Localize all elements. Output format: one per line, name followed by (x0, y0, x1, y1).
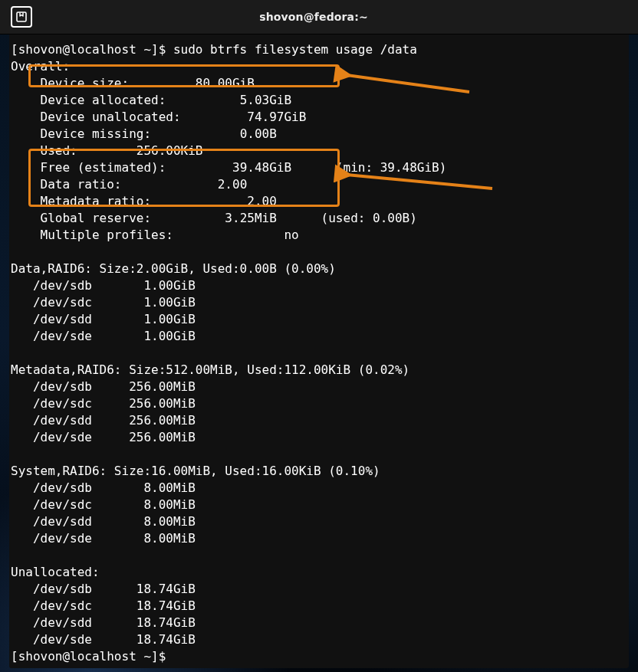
top-bar: shovon@fedora:~ (0, 0, 638, 34)
value: 256.00KiB (77, 143, 203, 158)
row-free-estimated: Free (estimated): 39.48GiB (min: 39.48Gi… (11, 159, 629, 176)
data-row: /dev/sdb 1.00GiB (11, 277, 629, 294)
value: 74.97GiB (181, 110, 307, 124)
window-title-text: shovon@fedora:~ (259, 11, 368, 23)
value: 2.00 (122, 177, 248, 192)
label: Data ratio: (11, 177, 122, 192)
metadata-row: /dev/sde 256.00MiB (11, 429, 629, 446)
system-row: /dev/sde 8.00MiB (11, 530, 629, 547)
system-row: /dev/sdd 8.00MiB (11, 513, 629, 530)
system-row: /dev/sdb 8.00MiB (11, 480, 629, 497)
unalloc-row: /dev/sdb 18.74GiB (11, 581, 629, 598)
row-device-size: Device size: 80.00GiB (11, 75, 629, 92)
label: Device missing: (11, 126, 151, 141)
blank (11, 547, 629, 564)
value: 80.00GiB (129, 76, 255, 90)
data-row: /dev/sdc 1.00GiB (11, 294, 629, 311)
metadata-row: /dev/sdd 256.00MiB (11, 412, 629, 429)
prompt-line-2: [shovon@localhost ~]$ (11, 648, 629, 665)
unalloc-row: /dev/sdd 18.74GiB (11, 615, 629, 631)
blank (11, 345, 629, 362)
row-device-missing: Device missing: 0.00B (11, 126, 629, 143)
command-text: sudo btrfs filesystem usage /data (173, 42, 417, 57)
svg-rect-0 (17, 12, 26, 21)
row-used: Used: 256.00KiB (11, 143, 629, 159)
label: Multiple profiles: (11, 228, 173, 242)
window-title: shovon@fedora:~ (32, 11, 595, 23)
value: no (173, 228, 299, 242)
row-data-ratio: Data ratio: 2.00 (11, 176, 629, 193)
label: Device allocated: (11, 93, 166, 107)
label: Device unallocated: (11, 110, 181, 124)
terminal[interactable]: [shovon@localhost ~]$ sudo btrfs filesys… (9, 34, 629, 668)
label: Used: (11, 143, 77, 158)
data-row: /dev/sdd 1.00GiB (11, 311, 629, 328)
row-device-allocated: Device allocated: 5.03GiB (11, 92, 629, 109)
value: 39.48GiB (166, 160, 291, 175)
prompt: [shovon@localhost ~]$ (11, 42, 173, 57)
files-icon (16, 11, 27, 22)
row-metadata-ratio: Metadata ratio: 2.00 (11, 193, 629, 210)
label: Global reserve: (11, 211, 151, 225)
row-multiple-profiles: Multiple profiles: no (11, 227, 629, 244)
label: Free (estimated): (11, 160, 166, 175)
value: 5.03GiB (166, 93, 291, 107)
label: Metadata ratio: (11, 194, 151, 208)
extra: (used: 0.00B) (277, 211, 417, 225)
data-section-header: Data,RAID6: Size:2.00GiB, Used:0.00B (0.… (11, 261, 629, 277)
data-row: /dev/sde 1.00GiB (11, 328, 629, 345)
unalloc-row: /dev/sde 18.74GiB (11, 631, 629, 648)
row-device-unallocated: Device unallocated: 74.97GiB (11, 109, 629, 126)
row-global-reserve: Global reserve: 3.25MiB (used: 0.00B) (11, 210, 629, 227)
extra: (min: 39.48GiB) (291, 160, 446, 175)
blank (11, 446, 629, 463)
blank (11, 244, 629, 261)
value: 2.00 (151, 194, 277, 208)
files-button[interactable] (11, 6, 32, 28)
system-section-header: System,RAID6: Size:16.00MiB, Used:16.00K… (11, 463, 629, 480)
unalloc-section-header: Unallocated: (11, 564, 629, 581)
prompt-line-1: [shovon@localhost ~]$ sudo btrfs filesys… (11, 41, 629, 58)
system-row: /dev/sdc 8.00MiB (11, 497, 629, 513)
metadata-row: /dev/sdb 256.00MiB (11, 379, 629, 395)
metadata-section-header: Metadata,RAID6: Size:512.00MiB, Used:112… (11, 362, 629, 379)
metadata-row: /dev/sdc 256.00MiB (11, 395, 629, 412)
label: Device size: (11, 76, 129, 90)
value: 3.25MiB (151, 211, 277, 225)
value: 0.00B (151, 126, 277, 141)
overall-header: Overall: (11, 58, 629, 75)
unalloc-row: /dev/sdc 18.74GiB (11, 598, 629, 615)
